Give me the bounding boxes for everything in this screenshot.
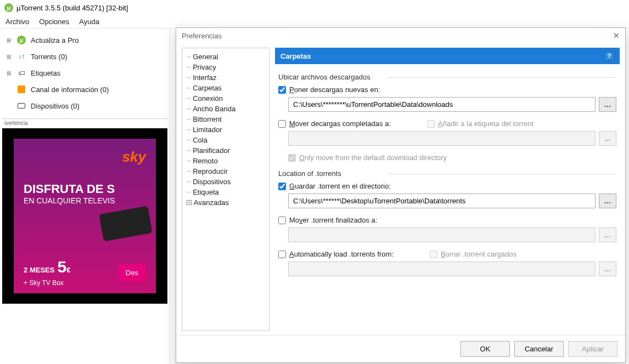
tree-item-devices[interactable]: ····Dispositivos — [184, 177, 267, 187]
sidebar-item-labels[interactable]: ⊞ 🏷 Etiquetas — [2, 65, 167, 81]
browse-button[interactable]: … — [599, 194, 616, 208]
tree-item-playback[interactable]: ····Reproducir — [184, 166, 267, 177]
sidebar-item-upgrade[interactable]: ⊞ Actualiza a Pro — [2, 32, 167, 48]
checkbox-auto-load-torrents[interactable] — [278, 251, 286, 258]
menu-options[interactable]: Opciones — [39, 18, 69, 26]
ad-cta-button[interactable]: Des — [118, 264, 146, 281]
tree-item-limiter[interactable]: ····Limitador — [184, 124, 267, 135]
expand-icon: ⊞ — [7, 70, 12, 76]
menu-help[interactable]: Ayuda — [79, 18, 99, 26]
checkbox-only-move-default — [288, 154, 296, 162]
close-icon[interactable]: ✕ — [613, 31, 620, 40]
preferences-panel: Carpetas ? Ubicar archivos descargados P… — [275, 48, 620, 331]
download-upload-icon: ↓↑ — [16, 52, 26, 61]
tree-item-folders[interactable]: ····Carpetas — [184, 83, 267, 93]
ad-banner[interactable]: sky DISFRUTA DE S EN CUALQUIER TELEVIS 2… — [14, 139, 156, 293]
ad-label: ivertencia — [2, 118, 167, 127]
group-torrent-location: Location of .torrents — [278, 169, 616, 178]
help-icon[interactable]: ? — [604, 51, 614, 61]
label-delete-loaded: Borrar .torrent cargados — [441, 250, 516, 258]
label-move-completed: Mover decargas completadas a: — [289, 120, 391, 128]
checkbox-move-completed[interactable] — [278, 120, 286, 128]
tree-item-privacy[interactable]: ····Privacy — [184, 62, 267, 72]
rss-icon — [16, 84, 26, 94]
tree-item-bandwidth[interactable]: ····Ancho Banda — [184, 104, 267, 114]
tree-item-connection[interactable]: ····Conexión — [184, 93, 267, 104]
ad-subhead: EN CUALQUIER TELEVIS — [24, 196, 146, 205]
browse-button[interactable]: … — [599, 97, 616, 112]
tree-item-label[interactable]: ····Etiqueta — [184, 187, 267, 197]
sidebar-label: Torrents (0) — [31, 53, 67, 61]
ok-button[interactable]: OK — [460, 341, 510, 357]
browse-button: … — [599, 261, 616, 276]
sidebar: ⊞ Actualiza a Pro ⊞ ↓↑ Torrents (0) ⊞ 🏷 … — [0, 29, 170, 364]
ad-product-image — [99, 206, 152, 242]
preferences-dialog: Preferencias ✕ ····General ····Privacy ·… — [176, 27, 626, 363]
checkbox-delete-loaded — [430, 251, 437, 258]
checkbox-put-new-downloads[interactable] — [278, 86, 286, 94]
expand-plus-icon[interactable]: + — [187, 200, 192, 205]
sidebar-label: Dispositivos (0) — [31, 102, 80, 110]
label-store-torrents: Guardar .torrent en el directorio: — [289, 182, 391, 190]
utorrent-logo-icon — [16, 35, 26, 45]
input-finished-torrents-path — [288, 228, 596, 242]
tree-item-bittorrent[interactable]: ····Bittorrent — [184, 114, 267, 124]
input-auto-load-path — [288, 261, 596, 276]
browse-button: … — [599, 131, 616, 146]
tree-item-scheduler[interactable]: ····Planificador — [184, 145, 267, 156]
checkbox-move-finished-torrents[interactable] — [278, 217, 286, 224]
label-auto-load-torrents: Automatically load .torrents from: — [289, 250, 394, 258]
menu-file[interactable]: Archivo — [5, 18, 29, 26]
tree-item-queue[interactable]: ····Cola — [184, 135, 267, 145]
menubar: Archivo Opciones Ayuda — [0, 15, 629, 29]
ad-headline: DISFRUTA DE S — [24, 182, 146, 196]
checkbox-append-label — [427, 120, 435, 128]
expand-icon: ⊞ — [7, 37, 12, 43]
dialog-title: Preferencias — [182, 32, 222, 40]
window-title: µTorrent 3.5.5 (build 45271) [32-bit] — [16, 4, 128, 12]
sidebar-label: Etiquetas — [31, 69, 60, 77]
sidebar-item-torrents[interactable]: ⊞ ↓↑ Torrents (0) — [2, 48, 167, 65]
tag-icon: 🏷 — [16, 68, 26, 78]
expand-icon: ⊞ — [7, 54, 12, 60]
input-completed-path — [288, 131, 596, 146]
sidebar-item-feeds[interactable]: Canal de información (0) — [2, 81, 167, 98]
apply-button: Aplicar — [568, 341, 617, 357]
checkbox-store-torrents[interactable] — [278, 183, 286, 190]
ad-container: sky DISFRUTA DE S EN CUALQUIER TELEVIS 2… — [2, 128, 167, 304]
preferences-tree: ····General ····Privacy ····Interfaz ···… — [182, 48, 269, 331]
tree-item-advanced[interactable]: +Avanzadas — [184, 197, 267, 208]
tree-item-remote[interactable]: ····Remoto — [184, 156, 267, 166]
label-append-label: Añadir a la etiqueta del torrent — [438, 120, 533, 128]
browse-button: … — [599, 228, 616, 242]
label-only-move-default: Only move from the default download dire… — [299, 153, 447, 162]
tree-item-interface[interactable]: ····Interfaz — [184, 72, 267, 83]
label-move-finished-torrents: Mover .torrent finalizados a: — [289, 216, 377, 224]
label-put-new-downloads: PPoner descargas nuevas en:oner descarga… — [289, 86, 380, 94]
input-new-downloads-path[interactable] — [288, 97, 596, 112]
device-icon — [16, 101, 26, 111]
sidebar-label: Actualiza a Pro — [31, 36, 78, 44]
utorrent-logo-icon — [4, 3, 13, 12]
ad-price: 2 MESES 5€ + Sky TV Box — [24, 258, 70, 288]
panel-title: Carpetas — [280, 52, 311, 60]
tree-item-general[interactable]: ····General — [184, 52, 267, 62]
input-torrents-path[interactable] — [288, 194, 596, 208]
cancel-button[interactable]: Cancelar — [514, 341, 564, 357]
ad-brand: sky — [24, 149, 146, 166]
group-downloaded-files: Ubicar archivos descargados — [278, 73, 616, 81]
titlebar: µTorrent 3.5.5 (build 45271) [32-bit] — [0, 0, 629, 15]
sidebar-label: Canal de información (0) — [31, 86, 109, 94]
sidebar-item-devices[interactable]: Dispositivos (0) — [2, 98, 167, 114]
